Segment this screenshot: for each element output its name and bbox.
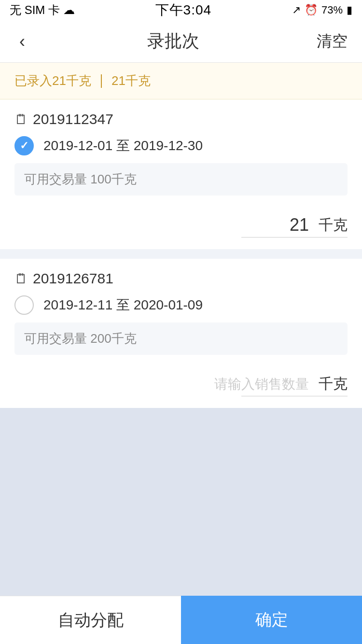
quantity-input-1: 21 千克 [290,215,348,235]
batch-avail-text-2: 可用交易量 200千克 [24,331,137,346]
location-icon: ↗ [292,4,301,16]
quantity-unit-2: 千克 [319,374,348,394]
empty-area [0,408,362,601]
batch-date-2: 2019-12-11 至 2020-01-09 [43,296,203,314]
quantity-placeholder-2[interactable]: 请输入销售数量 [214,375,309,393]
batch-avail-text-1: 可用交易量 100千克 [24,172,137,186]
batch-header-1: 🗒 2019112347 [0,99,362,132]
batch-avail-2: 可用交易量 200千克 [14,322,348,355]
quantity-unit-1: 千克 [319,215,348,235]
status-bar: 无 SIM 卡 ☁ 下午3:04 ↗ ⏰ 73% ▮ [0,0,362,20]
quantity-underline-2 [241,396,348,396]
info-divider [101,74,102,88]
recorded-value: 21千克 [111,72,151,89]
batch-row-1[interactable]: 2019-12-01 至 2019-12-30 [0,132,362,159]
section-divider [0,249,362,259]
batch-header-2: 🗒 2019126781 [0,259,362,292]
radio-select-1[interactable] [14,136,34,155]
bottom-bar: 自动分配 确定 [0,596,362,644]
alarm-icon: ⏰ [305,4,318,16]
batch-card-2: 🗒 2019126781 2019-12-11 至 2020-01-09 可用交… [0,259,362,408]
batch-card-1: 🗒 2019112347 2019-12-01 至 2019-12-30 可用交… [0,99,362,249]
batch-icon-1: 🗒 [14,112,28,127]
quantity-underline-wrap-1: 21 千克 [241,215,348,238]
auto-distribute-button[interactable]: 自动分配 [0,596,181,644]
quantity-input-2: 请输入销售数量 千克 [214,374,348,394]
back-button[interactable]: ‹ [14,27,30,56]
batch-date-1: 2019-12-01 至 2019-12-30 [43,137,203,155]
battery-icon: ▮ [347,4,352,16]
quantity-underline-1 [241,237,348,238]
batch-icon-2: 🗒 [14,271,28,287]
status-right: ↗ ⏰ 73% ▮ [292,4,352,16]
status-time: 下午3:04 [155,1,212,19]
confirm-button[interactable]: 确定 [181,596,362,644]
quantity-value-1[interactable]: 21 [290,215,309,235]
quantity-row-2: 请输入销售数量 千克 [0,366,362,408]
batch-row-2[interactable]: 2019-12-11 至 2020-01-09 [0,292,362,319]
recorded-label: 已录入21千克 [14,72,91,89]
battery-label: 73% [321,4,343,16]
clear-button[interactable]: 清空 [317,31,348,52]
info-bar: 已录入21千克 21千克 [0,63,362,99]
radio-select-2[interactable] [14,295,34,315]
batch-avail-1: 可用交易量 100千克 [14,163,348,196]
batch-id-2: 2019126781 [33,270,113,287]
sim-label: 无 SIM 卡 ☁ [10,2,75,18]
quantity-underline-wrap-2: 请输入销售数量 千克 [214,374,348,396]
page-title: 录批次 [147,29,199,53]
nav-bar: ‹ 录批次 清空 [0,20,362,63]
quantity-row-1: 21 千克 [0,207,362,249]
status-left: 无 SIM 卡 ☁ [10,2,75,18]
batch-id-1: 2019112347 [33,111,113,127]
